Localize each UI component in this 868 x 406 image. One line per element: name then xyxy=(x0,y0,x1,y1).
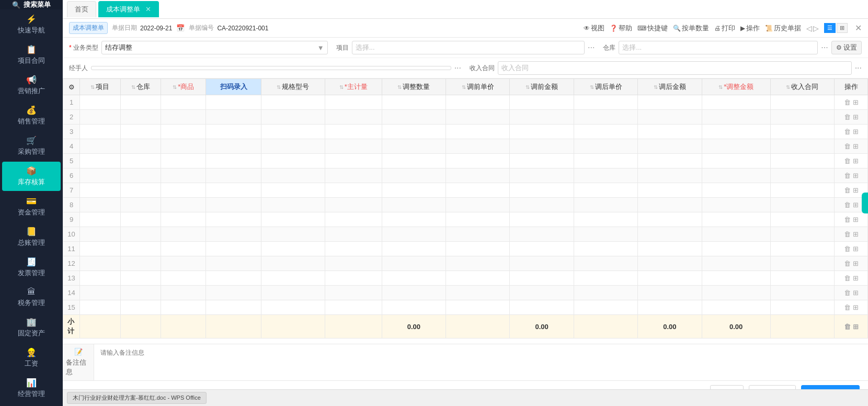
project-cell[interactable] xyxy=(80,139,121,154)
after-amount-cell[interactable] xyxy=(638,286,702,300)
product-cell[interactable] xyxy=(161,198,206,212)
before-amount-cell[interactable] xyxy=(510,300,574,315)
adj-amount-cell[interactable] xyxy=(702,154,770,168)
unit-cell[interactable] xyxy=(325,212,382,227)
product-cell[interactable] xyxy=(161,110,206,125)
warehouse-cell[interactable] xyxy=(120,242,161,256)
tab-home[interactable]: 首页 xyxy=(67,1,96,17)
project-cell[interactable] xyxy=(80,198,121,212)
delete-row-icon[interactable]: 🗑 xyxy=(844,113,851,121)
calendar-icon[interactable]: 📅 xyxy=(176,24,185,32)
copy-row-icon[interactable]: ⊞ xyxy=(853,142,859,150)
after-amount-cell[interactable] xyxy=(638,198,702,212)
project-cell[interactable] xyxy=(80,125,121,139)
spec-cell[interactable] xyxy=(261,227,325,242)
sidebar-item-quick-nav[interactable]: ⚡ 快速导航 xyxy=(2,10,61,39)
adj-qty-cell[interactable] xyxy=(382,286,446,300)
unit-cell[interactable] xyxy=(325,139,382,154)
operate-btn[interactable]: ▶ 操作 xyxy=(740,24,760,33)
income-contract-cell[interactable] xyxy=(770,139,834,154)
adj-qty-cell[interactable] xyxy=(382,95,446,110)
spec-cell[interactable] xyxy=(261,168,325,183)
before-amount-cell[interactable] xyxy=(510,271,574,286)
scan-cell[interactable] xyxy=(206,139,261,154)
delete-row-icon[interactable]: 🗑 xyxy=(844,128,851,136)
scan-cell[interactable] xyxy=(206,242,261,256)
copy-row-icon[interactable]: ⊞ xyxy=(853,128,859,136)
product-cell[interactable] xyxy=(161,125,206,139)
adj-amount-cell[interactable] xyxy=(702,168,770,183)
adj-qty-cell[interactable] xyxy=(382,271,446,286)
delete-row-icon[interactable]: 🗑 xyxy=(844,230,851,238)
sidebar-item-inventory[interactable]: 📦 库存核算 xyxy=(2,162,61,191)
shortcut-btn[interactable]: ⌨ 快捷键 xyxy=(637,24,668,33)
after-amount-cell[interactable] xyxy=(638,183,702,198)
adj-qty-cell[interactable] xyxy=(382,227,446,242)
before-price-cell[interactable] xyxy=(446,271,510,286)
notes-input[interactable] xyxy=(94,344,868,380)
before-price-cell[interactable] xyxy=(446,300,510,315)
income-contract-select[interactable]: 收入合同 xyxy=(498,61,852,75)
table-row[interactable]: 11🗑⊞ xyxy=(63,242,868,256)
copy-row-icon[interactable]: ⊞ xyxy=(853,113,859,121)
before-amount-cell[interactable] xyxy=(510,286,574,300)
adj-qty-cell[interactable] xyxy=(382,183,446,198)
adj-amount-cell[interactable] xyxy=(702,125,770,139)
warehouse-cell[interactable] xyxy=(120,256,161,271)
scan-cell[interactable] xyxy=(206,212,261,227)
before-price-cell[interactable] xyxy=(446,168,510,183)
adj-qty-cell[interactable] xyxy=(382,300,446,315)
product-cell[interactable] xyxy=(161,183,206,198)
after-price-cell[interactable] xyxy=(574,300,637,315)
warehouse-cell[interactable] xyxy=(120,125,161,139)
handler-select[interactable] xyxy=(91,66,451,70)
history-btn[interactable]: 📜 历史单据 xyxy=(765,24,801,33)
table-row[interactable]: 5🗑⊞ xyxy=(63,154,868,168)
adj-amount-cell[interactable] xyxy=(702,256,770,271)
spec-cell[interactable] xyxy=(261,198,325,212)
income-contract-cell[interactable] xyxy=(770,110,834,125)
scan-cell[interactable] xyxy=(206,168,261,183)
table-row[interactable]: 8🗑⊞ xyxy=(63,198,868,212)
before-amount-cell[interactable] xyxy=(510,183,574,198)
adj-qty-cell[interactable] xyxy=(382,168,446,183)
copy-row-icon[interactable]: ⊞ xyxy=(853,186,859,194)
before-price-cell[interactable] xyxy=(446,212,510,227)
copy-row-icon[interactable]: ⊞ xyxy=(853,230,859,238)
spec-cell[interactable] xyxy=(261,212,325,227)
income-contract-cell[interactable] xyxy=(770,154,834,168)
project-cell[interactable] xyxy=(80,286,121,300)
adj-qty-cell[interactable] xyxy=(382,198,446,212)
adj-amount-cell[interactable] xyxy=(702,242,770,256)
before-amount-cell[interactable] xyxy=(510,212,574,227)
product-cell[interactable] xyxy=(161,168,206,183)
delete-row-icon[interactable]: 🗑 xyxy=(844,260,851,267)
scan-cell[interactable] xyxy=(206,286,261,300)
after-price-cell[interactable] xyxy=(574,256,637,271)
prev-record-icon[interactable]: ◁ xyxy=(806,24,812,32)
product-cell[interactable] xyxy=(161,286,206,300)
grid-view-btn[interactable]: ⊞ xyxy=(837,23,848,33)
adj-amount-cell[interactable] xyxy=(702,286,770,300)
scan-cell[interactable] xyxy=(206,198,261,212)
before-price-cell[interactable] xyxy=(446,154,510,168)
scan-cell[interactable] xyxy=(206,256,261,271)
delete-row-icon[interactable]: 🗑 xyxy=(844,303,851,311)
sidebar-item-purchase[interactable]: 🛒 采购管理 xyxy=(2,131,61,161)
income-contract-cell[interactable] xyxy=(770,242,834,256)
project-cell[interactable] xyxy=(80,212,121,227)
income-contract-cell[interactable] xyxy=(770,271,834,286)
unit-cell[interactable] xyxy=(325,227,382,242)
adj-amount-cell[interactable] xyxy=(702,271,770,286)
after-price-cell[interactable] xyxy=(574,183,637,198)
list-view-btn[interactable]: ☰ xyxy=(824,23,836,33)
adj-qty-cell[interactable] xyxy=(382,154,446,168)
delete-row-icon[interactable]: 🗑 xyxy=(844,172,851,179)
before-price-cell[interactable] xyxy=(446,95,510,110)
project-select[interactable]: 选择... xyxy=(352,41,585,54)
notes-sidebar[interactable]: 📝 备注信息 xyxy=(63,344,94,380)
scan-cell[interactable] xyxy=(206,227,261,242)
before-amount-cell[interactable] xyxy=(510,168,574,183)
before-amount-cell[interactable] xyxy=(510,110,574,125)
delete-row-icon[interactable]: 🗑 xyxy=(844,274,851,282)
